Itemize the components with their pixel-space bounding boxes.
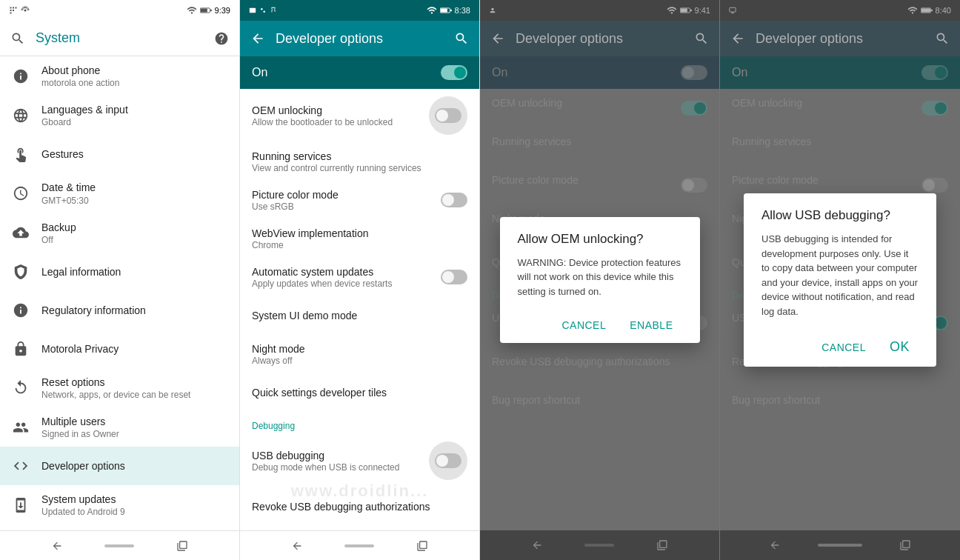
dev-item-running-2[interactable]: Running services View and control curren… [240,142,479,181]
svg-rect-9 [200,9,207,13]
item-subtitle-reset: Network, apps, or device can be reset [41,390,227,400]
item-title-regulatory: Regulatory information [41,304,227,317]
toggle-circle-oem [429,96,467,135]
item-title-datetime: Date & time [41,181,227,194]
dev-item-uidemo-2[interactable]: System UI demo mode [240,296,479,335]
settings-item-regulatory[interactable]: Regulatory information [0,291,239,330]
item-title-about: About phone [41,64,227,77]
gestures-icon [12,145,30,163]
dev-title-usbdebug-2: USB debugging [252,450,429,461]
svg-rect-4 [13,10,14,11]
settings-item-reset[interactable]: Reset options Network, apps, or device c… [0,368,239,407]
item-subtitle-multiuser: Signed in as Owner [41,429,227,439]
settings-item-motorola[interactable]: Motorola Privacy [0,330,239,368]
dev-subtitle-nightmode-2: Always off [252,356,467,366]
autoupdate-toggle-2[interactable] [441,270,467,284]
settings-item-multiuser[interactable]: Multiple users Signed in as Owner [0,407,239,447]
people-icon [12,419,30,436]
oem-enable-button[interactable]: Enable [621,313,681,337]
item-subtitle-languages: Gboard [41,117,227,127]
settings-item-backup[interactable]: Backup Off [0,213,239,253]
home-pill-2[interactable] [344,544,374,547]
info-icon [12,67,30,85]
dev-item-colormode-2[interactable]: Picture color mode Use sRGB [240,181,479,219]
toolbar-title-2: Developer options [276,31,444,47]
usb-dialog-body: USB debugging is intended for developmen… [761,232,919,319]
dev-item-oem-2[interactable]: OEM unlocking Allow the bootloader to be… [240,89,479,142]
colormode-toggle-2[interactable] [441,193,467,207]
legal-icon [12,263,30,281]
item-subtitle-datetime: GMT+05:30 [41,196,227,206]
search-button-2[interactable] [450,27,473,50]
toggle-circle-usb [429,441,467,480]
dev-title-colormode-2: Picture color mode [252,189,441,201]
search-button-1[interactable] [6,27,30,50]
oem-toggle-2[interactable] [435,108,461,123]
dialog-overlay-oem: Allow OEM unlocking? WARNING: Device pro… [480,0,719,560]
status-icons-right-2: 8:38 [427,6,470,15]
back-nav-2[interactable] [290,539,304,553]
reset-icon [12,379,30,396]
item-text-developer: Developer options [41,459,227,473]
dev-title-revokeusb-2: Revoke USB debugging authorizations [252,501,467,513]
settings-item-legal[interactable]: Legal information [0,253,239,291]
item-title-developer: Developer options [41,459,227,473]
svg-point-6 [24,10,27,12]
dev-on-bar-2: On [240,56,479,89]
back-button-2[interactable] [246,27,270,50]
dev-subtitle-oem-2: Allow the bootloader to be unlocked [252,117,429,127]
system-icon [12,496,30,514]
oem-dialog: Allow OEM unlocking? WARNING: Device pro… [500,217,700,344]
settings-item-datetime[interactable]: Date & time GMT+05:30 [0,173,239,213]
toolbar-title-1: System [36,30,204,46]
item-text-regulatory: Regulatory information [41,304,227,317]
home-pill-1[interactable] [104,544,134,547]
settings-item-gestures[interactable]: Gestures [0,135,239,173]
item-text-legal: Legal information [41,265,227,279]
svg-rect-15 [440,9,447,13]
oem-dialog-actions: Cancel Enable [518,310,682,337]
item-text-reset: Reset options Network, apps, or device c… [41,376,227,400]
oem-cancel-button[interactable]: Cancel [553,313,615,337]
settings-item-developer[interactable]: Developer options [0,447,239,485]
settings-item-languages[interactable]: Languages & input Gboard [0,96,239,135]
item-subtitle-systemupdates: Updated to Android 9 [41,507,227,517]
usb-dialog: Allow USB debugging? USB debugging is in… [744,193,936,367]
recent-nav-2[interactable] [415,539,430,553]
privacy-icon [12,340,30,358]
code-icon [12,457,30,475]
settings-item-systemupdates[interactable]: System updates Updated to Android 9 [0,485,239,524]
recent-button-1[interactable] [175,539,190,553]
item-text-datetime: Date & time GMT+05:30 [41,181,227,205]
item-title-systemupdates: System updates [41,493,227,506]
item-title-backup: Backup [41,221,227,234]
dev-toggle-2[interactable] [441,65,467,80]
svg-rect-10 [210,10,212,11]
backup-icon [12,224,30,241]
settings-item-about[interactable]: About phone motorola one action [0,56,239,96]
clock-icon [12,184,30,202]
dev-item-usbdebug-2[interactable]: USB debugging Debug mode when USB is con… [240,434,479,487]
dev-item-webview-2[interactable]: WebView implementation Chrome [240,219,479,258]
item-title-motorola: Motorola Privacy [41,342,227,356]
dev-item-quicktiles-2[interactable]: Quick settings developer tiles [240,373,479,412]
dev-subtitle-colormode-2: Use sRGB [252,201,441,212]
dev-item-nightmode-2[interactable]: Night mode Always off [240,335,479,373]
dev-title-autoupdate-2: Automatic system updates [252,266,441,278]
settings-list-1: About phone motorola one action Language… [0,56,239,530]
oem-dialog-body: WARNING: Device protection features will… [518,256,682,299]
back-button-1[interactable] [50,539,64,553]
time-2: 8:38 [455,6,470,15]
dev-item-revokeusb-2[interactable]: Revoke USB debugging authorizations [240,487,479,526]
dev-title-uidemo-2: System UI demo mode [252,310,467,321]
usb-ok-button[interactable]: OK [881,333,919,361]
usb-dialog-title: Allow USB debugging? [761,208,919,223]
panel-usb-dialog: 8:40 Developer options On OEM unlocking … [720,0,960,560]
usb-cancel-button[interactable]: Cancel [813,333,875,361]
item-subtitle-about: motorola one action [41,78,227,88]
help-button-1[interactable] [210,27,233,50]
usb-toggle-2[interactable] [435,453,461,468]
dev-on-label-2: On [252,66,267,79]
dev-subtitle-usbdebug-2: Debug mode when USB is connected [252,462,429,473]
dev-item-autoupdate-2[interactable]: Automatic system updates Apply updates w… [240,258,479,296]
